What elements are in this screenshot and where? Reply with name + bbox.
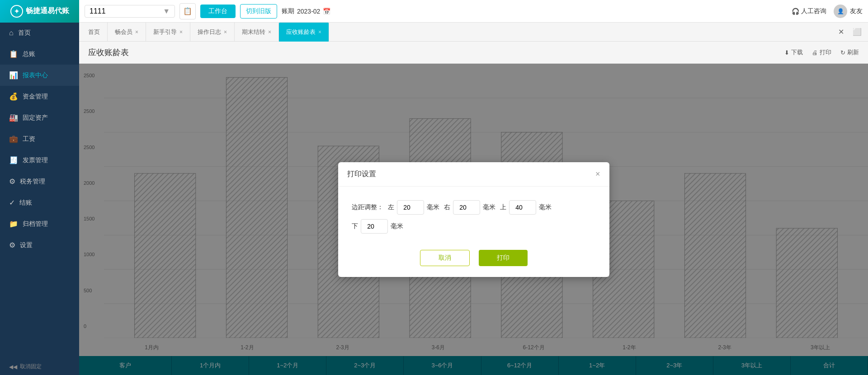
invoice-icon: 🧾 — [9, 156, 18, 164]
download-button[interactable]: ⬇ 下载 — [784, 48, 803, 56]
top-unit: 毫米 — [539, 203, 552, 211]
avatar: 👤 — [834, 5, 847, 18]
print-settings-modal: 打印设置 × 边距调整： 左 毫米 右 — [338, 162, 609, 277]
tab-close-log[interactable]: × — [224, 29, 227, 35]
margin-top-group: 上 毫米 — [500, 200, 552, 215]
sidebar-item-checkout[interactable]: ✓ 结账 — [0, 192, 79, 213]
salary-icon: 💼 — [9, 135, 18, 143]
sidebar-item-label: 总账 — [23, 50, 35, 58]
margin-row: 边距调整： 左 毫米 右 毫米 — [352, 200, 596, 234]
right-label: 右 — [444, 203, 450, 211]
left-margin-input[interactable] — [397, 200, 424, 215]
calendar-period-icon[interactable]: 📅 — [323, 8, 330, 15]
close-window-button[interactable]: ✕ — [835, 26, 847, 38]
tab-close-aging[interactable]: × — [318, 29, 321, 35]
top-margin-input[interactable] — [509, 200, 536, 215]
tab-guide[interactable]: 新手引导 × — [146, 23, 190, 42]
bottom-margin-input[interactable] — [361, 219, 388, 234]
sidebar-item-reports[interactable]: 📊 报表中心 — [0, 65, 79, 86]
cancel-button[interactable]: 取消 — [420, 250, 470, 266]
sidebar-item-label: 税务管理 — [20, 178, 45, 186]
tab-bar: 首页 畅会员 × 新手引导 × 操作日志 × 期末结转 × 应收账龄表 × — [79, 23, 868, 42]
switch-button[interactable]: 切到旧版 — [240, 4, 277, 19]
sidebar-item-ledger[interactable]: 📋 总账 — [0, 43, 79, 65]
sidebar-item-label: 设置 — [20, 241, 33, 249]
modal-footer: 取消 打印 — [338, 243, 609, 277]
sidebar-item-label: 结账 — [19, 199, 32, 207]
sidebar-item-label: 工资 — [23, 135, 35, 143]
left-unit: 毫米 — [427, 203, 439, 211]
sidebar-item-fixed-assets[interactable]: 🏭 固定资产 — [0, 107, 79, 128]
print-confirm-button[interactable]: 打印 — [479, 250, 528, 266]
content-area: 首页 畅会员 × 新手引导 × 操作日志 × 期末结转 × 应收账龄表 × — [79, 23, 868, 375]
bottom-label: 下 — [352, 222, 358, 230]
tab-close-period[interactable]: × — [268, 29, 271, 35]
sidebar-item-label: 报表中心 — [23, 71, 48, 80]
page-actions: ⬇ 下载 🖨 打印 ↻ 刷新 — [784, 48, 859, 56]
sidebar-collapse-button[interactable]: ◀◀ 取消固定 — [0, 358, 79, 375]
sidebar-item-home[interactable]: ⌂ 首页 — [0, 23, 79, 43]
tax-icon: ⚙ — [9, 177, 15, 186]
maximize-button[interactable]: ⬜ — [851, 26, 863, 38]
sidebar-item-label: 首页 — [18, 29, 31, 37]
page-title: 应收账龄表 — [88, 47, 129, 58]
checkout-icon: ✓ — [9, 198, 15, 207]
sidebar-item-label: 归档管理 — [23, 220, 48, 228]
sidebar-item-salary[interactable]: 💼 工资 — [0, 128, 79, 150]
sidebar-item-funds[interactable]: 💰 资金管理 — [0, 86, 79, 107]
download-icon: ⬇ — [784, 49, 789, 56]
tab-close-member[interactable]: × — [135, 29, 138, 35]
right-unit: 毫米 — [483, 203, 495, 211]
left-label: 左 — [388, 203, 394, 211]
tab-member[interactable]: 畅会员 × — [108, 23, 146, 42]
workbench-button[interactable]: 工作台 — [200, 5, 236, 18]
print-icon: 🖨 — [812, 49, 818, 56]
logo-icon: ✦ — [10, 5, 23, 18]
sidebar-item-tax[interactable]: ⚙ 税务管理 — [0, 171, 79, 192]
user-button[interactable]: 👤 友友 — [834, 5, 863, 18]
sidebar-item-invoice[interactable]: 🧾 发票管理 — [0, 150, 79, 171]
calendar-icon[interactable]: 📋 — [179, 3, 196, 19]
assets-icon: 🏭 — [9, 113, 18, 122]
tab-log[interactable]: 操作日志 × — [190, 23, 235, 42]
top-label: 上 — [500, 203, 506, 211]
chart-wrapper: 0 500 1000 1500 2000 2500 2500 2500 — [79, 64, 868, 375]
right-margin-input[interactable] — [453, 200, 480, 215]
tab-close-guide[interactable]: × — [179, 29, 183, 35]
margin-right-group: 右 毫米 — [444, 200, 495, 215]
sidebar-item-archive[interactable]: 📁 归档管理 — [0, 213, 79, 234]
chevron-down-icon: ▼ — [163, 7, 170, 15]
period-label: 账期 2023-02 📅 — [282, 7, 330, 15]
page-header: 应收账龄表 ⬇ 下载 🖨 打印 ↻ 刷新 — [79, 42, 868, 64]
sidebar-item-label: 固定资产 — [23, 114, 48, 122]
support-button[interactable]: 🎧 人工咨询 — [792, 7, 826, 15]
margin-bottom-group: 下 毫米 — [352, 219, 403, 234]
headset-icon: 🎧 — [792, 8, 799, 15]
logo-text: 畅捷通易代账 — [26, 6, 69, 16]
company-name: 1111 — [90, 7, 106, 15]
sidebar-item-settings[interactable]: ⚙ 设置 — [0, 234, 79, 256]
tab-actions: ✕ ⬜ — [835, 26, 863, 38]
refresh-icon: ↻ — [840, 49, 845, 56]
margin-adjust-label: 边距调整： — [352, 203, 383, 211]
refresh-button[interactable]: ↻ 刷新 — [840, 48, 859, 56]
tab-aging[interactable]: 应收账龄表 × — [279, 23, 329, 42]
logo: ✦ 畅捷通易代账 — [0, 0, 79, 23]
modal-close-button[interactable]: × — [595, 169, 600, 179]
modal-overlay: 打印设置 × 边距调整： 左 毫米 右 — [79, 64, 868, 375]
bottom-unit: 毫米 — [391, 222, 403, 230]
archive-icon: 📁 — [9, 220, 18, 228]
home-icon: ⌂ — [9, 29, 14, 37]
print-button[interactable]: 🖨 打印 — [812, 48, 831, 56]
ledger-icon: 📋 — [9, 50, 18, 58]
sidebar-item-label: 资金管理 — [23, 93, 48, 101]
tab-home[interactable]: 首页 — [84, 23, 108, 42]
company-selector[interactable]: 1111 ▼ — [85, 5, 175, 18]
settings-icon: ⚙ — [9, 241, 15, 249]
modal-body: 边距调整： 左 毫米 右 毫米 — [338, 187, 609, 243]
collapse-icon: ◀◀ — [9, 364, 17, 370]
sidebar-item-label: 发票管理 — [23, 156, 48, 164]
margin-left-group: 左 毫米 — [388, 200, 439, 215]
tab-period-close[interactable]: 期末结转 × — [235, 23, 279, 42]
modal-title: 打印设置 — [347, 169, 376, 179]
